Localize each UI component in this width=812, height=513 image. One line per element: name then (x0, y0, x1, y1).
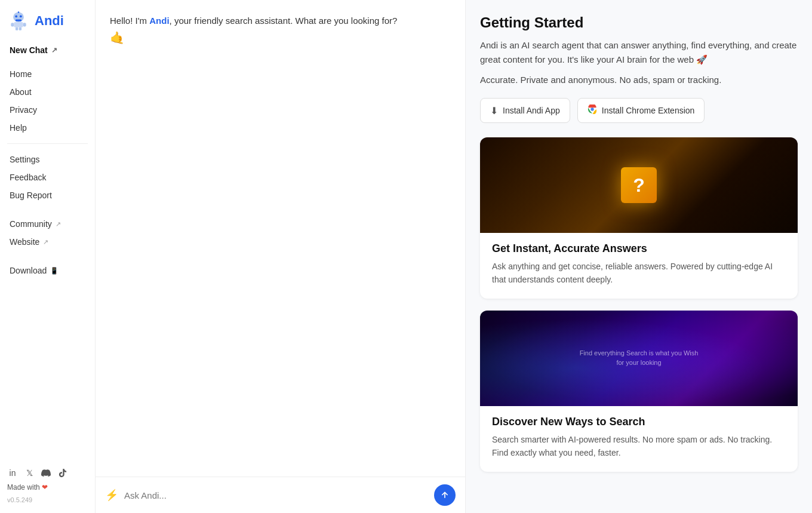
social-links: in 𝕏 (7, 468, 88, 478)
greeting-suffix: , your friendly search assistant. What a… (170, 16, 398, 26)
greeting-emoji: 🤙 (110, 30, 397, 45)
send-button[interactable] (434, 484, 456, 506)
sidebar-footer: in 𝕏 Made with ❤ v0.5.249 (7, 468, 88, 503)
getting-started-desc2: Accurate. Private and anonymous. No ads,… (480, 73, 798, 87)
nav-group-3: Community ↗ Website ↗ (7, 216, 88, 250)
chrome-svg (588, 105, 597, 114)
nav-label-help: Help (10, 123, 27, 133)
card-image-1: ? (480, 137, 798, 233)
question-box: ? (621, 167, 657, 203)
card-image-text-2: Find everything Search is what you Wish … (579, 349, 699, 367)
greeting-prefix: Hello! I'm (110, 16, 149, 26)
svg-rect-3 (16, 19, 21, 21)
svg-rect-9 (16, 27, 18, 30)
nav-label-download: Download (10, 266, 47, 275)
card-title-2: Discover New Ways to Search (492, 416, 786, 428)
robot-icon (7, 10, 30, 32)
greeting-content: Hello! I'm Andi, your friendly search as… (110, 14, 397, 45)
nav-label-bug-report: Bug Report (10, 191, 52, 200)
nav-label-settings: Settings (10, 155, 40, 164)
nav-label-home: Home (10, 69, 32, 79)
divider-1 (7, 143, 88, 144)
question-mark: ? (633, 174, 645, 196)
sidebar-item-bug-report[interactable]: Bug Report (7, 187, 88, 204)
sidebar-item-feedback[interactable]: Feedback (7, 169, 88, 186)
right-panel: Getting Started Andi is an AI search age… (466, 0, 812, 513)
website-external-icon: ↗ (43, 238, 48, 246)
download-icon: ⬇ (490, 105, 498, 116)
svg-point-12 (590, 107, 593, 110)
chat-greeting: Hello! I'm Andi, your friendly search as… (110, 14, 451, 45)
card-desc-2: Search smarter with AI-powered results. … (492, 433, 786, 460)
sidebar-item-help[interactable]: Help (7, 119, 88, 136)
nav-label-about: About (10, 87, 32, 97)
svg-rect-7 (11, 23, 14, 26)
getting-started-title: Getting Started (480, 14, 798, 31)
chat-input[interactable] (124, 490, 428, 500)
sidebar: Andi New Chat ↗ Home About Privacy Help … (0, 0, 96, 513)
card-body-2: Discover New Ways to Search Search smart… (480, 406, 798, 472)
gap-2 (7, 253, 88, 260)
input-area: ⚡ (96, 477, 465, 513)
sidebar-item-about[interactable]: About (7, 84, 88, 100)
sidebar-item-download[interactable]: Download 📱 (7, 262, 88, 279)
cta-buttons: ⬇ Install Andi App Install Chrome Extens… (480, 98, 798, 123)
nav-label-feedback: Feedback (10, 173, 46, 182)
version-label: v0.5.249 (7, 496, 88, 503)
sidebar-item-website[interactable]: Website ↗ (7, 234, 88, 250)
feature-card-2: Find everything Search is what you Wish … (480, 311, 798, 472)
send-icon (440, 490, 450, 500)
install-app-label: Install Andi App (503, 106, 560, 115)
card-desc-1: Ask anything and get concise, reliable a… (492, 260, 786, 287)
sidebar-item-privacy[interactable]: Privacy (7, 102, 88, 118)
twitter-x-icon[interactable]: 𝕏 (24, 468, 35, 478)
gap-1 (7, 206, 88, 213)
sidebar-item-community[interactable]: Community ↗ (7, 216, 88, 232)
main-chat: Hello! I'm Andi, your friendly search as… (96, 0, 466, 513)
greeting-brand: Andi (149, 16, 169, 26)
feature-card-1: ? Get Instant, Accurate Answers Ask anyt… (480, 137, 798, 299)
download-icon: 📱 (50, 267, 59, 275)
card-body-1: Get Instant, Accurate Answers Ask anythi… (480, 233, 798, 299)
logo: Andi (7, 10, 88, 32)
nav-label-community: Community (10, 219, 52, 229)
discord-icon[interactable] (41, 468, 51, 478)
nav-group-2: Settings Feedback Bug Report (7, 151, 88, 204)
svg-rect-6 (14, 22, 23, 27)
community-external-icon: ↗ (56, 220, 61, 228)
nav-label-privacy: Privacy (10, 105, 37, 115)
tiktok-icon[interactable] (57, 468, 68, 478)
install-extension-button[interactable]: Install Chrome Extension (577, 98, 705, 123)
svg-rect-10 (19, 27, 21, 30)
logo-text: Andi (35, 13, 64, 29)
svg-point-5 (18, 11, 20, 13)
chat-area: Hello! I'm Andi, your friendly search as… (96, 0, 465, 477)
new-chat-button[interactable]: New Chat ↗ (7, 42, 88, 59)
bolt-icon: ⚡ (105, 489, 118, 502)
svg-point-1 (15, 16, 17, 18)
made-with-label: Made with (7, 483, 40, 492)
greeting-text: Hello! I'm Andi, your friendly search as… (110, 14, 397, 28)
card-title-1: Get Instant, Accurate Answers (492, 242, 786, 255)
sidebar-item-settings[interactable]: Settings (7, 151, 88, 168)
svg-point-2 (20, 16, 22, 18)
made-with-text: Made with ❤ (7, 483, 88, 492)
sidebar-item-home[interactable]: Home (7, 66, 88, 82)
heart-icon: ❤ (42, 483, 48, 492)
new-chat-label: New Chat (10, 45, 48, 55)
install-app-button[interactable]: ⬇ Install Andi App (480, 98, 570, 123)
getting-started-desc1: Andi is an AI search agent that can answ… (480, 38, 798, 67)
install-extension-label: Install Chrome Extension (602, 106, 695, 115)
card-image-2: Find everything Search is what you Wish … (480, 311, 798, 406)
chrome-icon (588, 105, 597, 116)
nav-label-website: Website (10, 237, 39, 247)
svg-rect-8 (23, 23, 26, 26)
external-link-icon: ↗ (51, 46, 57, 54)
nav-group-1: Home About Privacy Help (7, 66, 88, 136)
linkedin-icon[interactable]: in (7, 468, 18, 478)
